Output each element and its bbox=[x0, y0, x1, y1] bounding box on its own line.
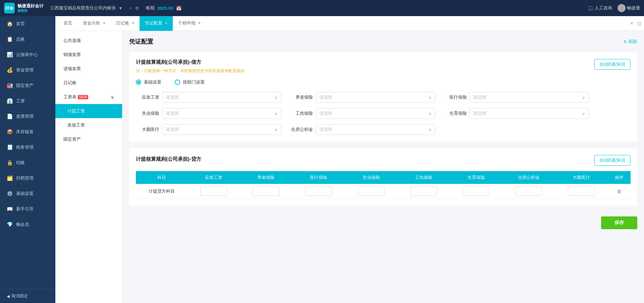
save-button[interactable]: 保存 bbox=[601, 216, 637, 229]
page-content: 公共选项 销项发票 进项发票 日记账 工资表NEW ∨ 计 bbox=[55, 31, 644, 303]
field-ylbx2-select[interactable]: 请选择 ∨ bbox=[470, 92, 589, 103]
inventory-icon: 📦 bbox=[7, 129, 13, 135]
save-area: 保存 bbox=[129, 212, 637, 233]
service-button[interactable]: 🎧 人工咨询 bbox=[588, 5, 612, 11]
field-gsbx-select[interactable]: 请选择 ∨ bbox=[316, 108, 435, 119]
field-sybx2: 生育保险 请选择 ∨ bbox=[443, 108, 589, 119]
close-window-icon[interactable]: × bbox=[630, 20, 633, 27]
sidebar-item-archive[interactable]: 🗂️ 归档管理 bbox=[0, 170, 55, 186]
left-nav-fixed-assets[interactable]: 固定资产 bbox=[55, 132, 122, 146]
tab-voucher-config[interactable]: 凭证配置 × bbox=[140, 16, 173, 31]
col-ylbx: 养老保险 bbox=[240, 171, 292, 184]
debit-radio-group: 基础设置 按部门设置 bbox=[136, 79, 589, 85]
radio-basic-label: 基础设置 bbox=[144, 79, 161, 85]
left-nav-journal[interactable]: 日记账 bbox=[55, 76, 122, 90]
sidebar-label-tax: 税务管理 bbox=[16, 144, 34, 150]
row-dely-input[interactable] bbox=[568, 187, 595, 196]
tab-voucher-close-icon[interactable]: × bbox=[165, 21, 167, 26]
left-nav-journal-label: 日记账 bbox=[63, 80, 76, 85]
field-dely-select[interactable]: 请选择 ∨ bbox=[162, 124, 281, 135]
tab-home[interactable]: 首页 bbox=[58, 16, 77, 31]
row-delete-icon[interactable]: 🗑 bbox=[617, 189, 622, 194]
close-period-icon: 🔒 bbox=[7, 160, 13, 166]
tab-voucher-label: 凭证配置 bbox=[145, 20, 162, 26]
period-value: 2023-03 bbox=[157, 6, 173, 11]
field-yfgz-select[interactable]: 请选择 ∨ bbox=[162, 92, 281, 103]
row-ylbx-input[interactable] bbox=[253, 187, 279, 196]
add-company-icon[interactable]: ＋ bbox=[128, 5, 132, 11]
tab-journal-close-icon[interactable]: × bbox=[132, 21, 134, 26]
left-nav-pay[interactable]: 发放工资 bbox=[55, 118, 122, 132]
sidebar-item-ledger[interactable]: 📋 总账 bbox=[0, 32, 55, 47]
row-gsbx-input[interactable] bbox=[410, 187, 437, 196]
left-nav-accrue[interactable]: 计提工资 bbox=[55, 104, 122, 118]
company-selector[interactable]: 江西服宝精品有限责任公司内账张 ▼ ＋ ⚙ 账期 2023-03 📅 bbox=[50, 5, 588, 11]
radio-dept-label: 按部门设置 bbox=[183, 79, 205, 85]
tab-funds-analysis[interactable]: 资金分析 × bbox=[77, 16, 111, 31]
sidebar-item-close[interactable]: 🔒 结账 bbox=[0, 155, 55, 170]
left-nav-purchase[interactable]: 进项发票 bbox=[55, 62, 122, 76]
sidebar-item-funds[interactable]: 💰 资金管理 bbox=[0, 62, 55, 78]
left-nav: 公共选项 销项发票 进项发票 日记账 工资表NEW ∨ 计 bbox=[55, 31, 122, 303]
left-nav-public[interactable]: 公共选项 bbox=[55, 34, 122, 48]
tab-tax-label: 个税申报 bbox=[178, 20, 196, 26]
left-nav-sales[interactable]: 销项发票 bbox=[55, 48, 122, 62]
radio-dept[interactable]: 按部门设置 bbox=[175, 79, 205, 85]
col-ylbx2: 医疗保险 bbox=[292, 171, 345, 184]
tab-journal-label: 日记账 bbox=[116, 20, 129, 26]
field-gsbx-chevron-icon: ∨ bbox=[428, 111, 432, 116]
row-ylbx2-input[interactable] bbox=[305, 187, 332, 196]
left-nav-purchase-label: 进项发票 bbox=[63, 66, 81, 71]
tab-tax-close-icon[interactable]: × bbox=[198, 21, 201, 26]
main-panel: 凭证配置 ↻ 刷新 计提核算规则(公司承担)-借方 注：只能选择一种方式，系统将… bbox=[122, 31, 644, 303]
salary-table-chevron-icon[interactable]: ∨ bbox=[111, 95, 114, 100]
field-zfgjj-select[interactable]: 请选择 ∨ bbox=[316, 124, 435, 135]
sidebar-item-inventory[interactable]: 📦 库存核算 bbox=[0, 124, 55, 140]
field-yfgz-placeholder: 请选择 bbox=[166, 94, 179, 100]
tab-journal[interactable]: 日记账 × bbox=[111, 16, 140, 31]
field-sybx-select[interactable]: 请选择 ∨ bbox=[162, 108, 281, 119]
left-nav-salary-table-header[interactable]: 工资表NEW ∨ bbox=[55, 90, 122, 104]
sidebar-item-tax[interactable]: 🧾 税务管理 bbox=[0, 140, 55, 155]
maximize-icon[interactable]: ⊡ bbox=[637, 21, 641, 26]
row-sybx2-input[interactable] bbox=[463, 187, 490, 196]
col-gsbx: 工伤保险 bbox=[397, 171, 450, 184]
sidebar-item-vip[interactable]: 💎 畅会员 bbox=[0, 217, 55, 232]
company-chevron-icon[interactable]: ▼ bbox=[118, 6, 123, 11]
row-sybx-input[interactable] bbox=[358, 187, 385, 196]
radio-basic[interactable]: 基础设置 bbox=[136, 79, 161, 85]
sidebar-item-settings[interactable]: ⚙️ 基础设置 bbox=[0, 186, 55, 201]
unpin-button[interactable]: ◀ 取消固定 bbox=[0, 289, 55, 303]
home-icon: 🏠 bbox=[7, 21, 13, 27]
row-sybx-cell bbox=[345, 184, 397, 199]
tab-tax[interactable]: 个税申报 × bbox=[173, 16, 206, 31]
calendar-icon[interactable]: 📅 bbox=[176, 6, 181, 11]
debit-auto-match-button[interactable]: 自动匹配科目 bbox=[594, 59, 631, 70]
sidebar-item-guide[interactable]: 📖 新手引导 bbox=[0, 201, 55, 217]
field-sybx2-select[interactable]: 请选择 ∨ bbox=[470, 108, 589, 119]
field-ylbx-select[interactable]: 请选择 ∨ bbox=[316, 92, 435, 103]
credit-auto-match-button[interactable]: 自动匹配科目 bbox=[594, 155, 631, 166]
left-nav-fixed-assets-label: 固定资产 bbox=[63, 137, 81, 142]
page-title-row: 凭证配置 ↻ 刷新 bbox=[129, 38, 637, 46]
field-dely-chevron-icon: ∨ bbox=[274, 127, 278, 132]
refresh-icon: ↻ bbox=[624, 39, 627, 44]
sidebar-item-salary[interactable]: 👔 工资 bbox=[0, 93, 55, 109]
settings-icon[interactable]: ⚙ bbox=[135, 6, 139, 11]
credit-section: 计提核算规则(公司承担)-贷方 自动匹配科目 科目 应发工资 养老保险 医疗保险 bbox=[129, 148, 637, 206]
sidebar-item-home[interactable]: 🏠 首页 bbox=[0, 16, 55, 32]
row-zfgjj-input[interactable] bbox=[515, 187, 542, 196]
field-sybx2-placeholder: 请选择 bbox=[473, 110, 486, 116]
tab-funds-close-icon[interactable]: × bbox=[103, 21, 105, 26]
row-yfgz-input[interactable] bbox=[200, 187, 227, 196]
sidebar-item-assets[interactable]: 🏭 固定资产 bbox=[0, 78, 55, 93]
ledger-icon: 📋 bbox=[7, 36, 13, 42]
sidebar-label-home: 首页 bbox=[16, 21, 25, 27]
refresh-button[interactable]: ↻ 刷新 bbox=[624, 39, 637, 45]
report-icon: 📊 bbox=[7, 52, 13, 58]
sidebar-item-report[interactable]: 📊 云报表中心 bbox=[0, 47, 55, 62]
user-menu[interactable]: 畅捷通 bbox=[618, 4, 640, 12]
main-layout: 🏠 首页 📋 总账 📊 云报表中心 💰 资金管理 🏭 固定资产 👔 工资 📄 发… bbox=[0, 16, 644, 303]
field-sybx: 失业保险 请选择 ∨ bbox=[136, 108, 281, 119]
sidebar-item-invoice[interactable]: 📄 发票管理 bbox=[0, 109, 55, 124]
